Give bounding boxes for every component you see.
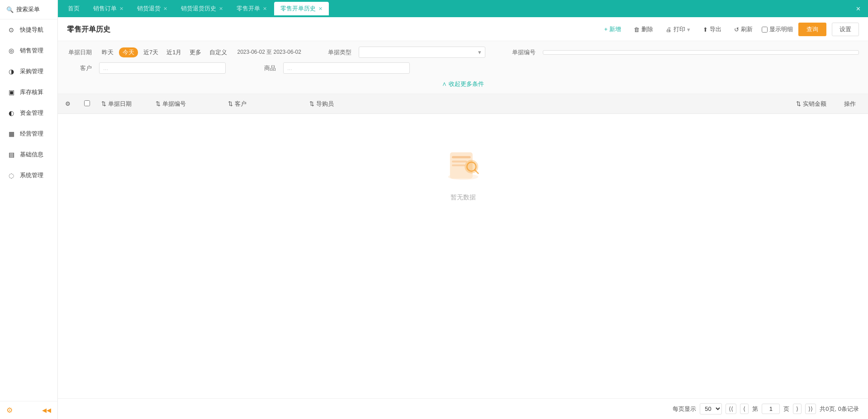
page-label: 页 — [783, 405, 789, 413]
sidebar-item-base-info[interactable]: ▤ 基础信息 — [0, 144, 57, 165]
select-all-checkbox[interactable] — [84, 100, 90, 106]
tab-retail-open-history-label: 零售开单历史 — [280, 5, 316, 13]
customer-placeholder: ... — [103, 65, 108, 71]
refresh-icon: ↺ — [734, 26, 739, 33]
page-prev-btn[interactable]: ⟨ — [740, 404, 749, 414]
filter-row-1: 单据日期 昨天 今天 近7天 近1月 更多 自定义 2023-06-02 至 2… — [67, 47, 859, 58]
print-icon: 🖨 — [666, 26, 672, 33]
tab-sales-return-close[interactable]: ✕ — [163, 6, 167, 12]
date-label: 单据日期 — [67, 48, 92, 56]
new-button[interactable]: + 新增 — [601, 24, 625, 35]
export-button[interactable]: ⬆ 导出 — [699, 24, 725, 35]
sidebar-item-sales-mgmt[interactable]: ◎ 销售管理 — [0, 40, 57, 61]
col-customer-header[interactable]: ⇅ 客户 — [223, 94, 304, 114]
tab-sales-order[interactable]: 销售订单 ✕ — [87, 2, 130, 15]
sidebar-item-inventory[interactable]: ▣ 库存核算 — [0, 82, 57, 103]
page-next-btn[interactable]: ⟩ — [793, 404, 802, 414]
sales-mgmt-icon: ◎ — [6, 46, 16, 56]
date-opt-yesterday[interactable]: 昨天 — [99, 47, 116, 57]
col-middle-header — [358, 94, 778, 114]
page-header: 零售开单历史 + 新增 🗑 删除 🖨 打印 ▾ ⬆ 导出 — [58, 17, 868, 41]
num-input[interactable] — [543, 50, 859, 55]
sidebar-item-label: 销售管理 — [20, 47, 43, 55]
pagination: 每页显示 50 ⟨⟨ ⟨ 第 页 ⟩ ⟩⟩ 共0页, 0条记录 — [58, 398, 868, 419]
inventory-icon: ▣ — [6, 87, 16, 97]
tab-retail-open-close[interactable]: ✕ — [263, 6, 267, 12]
sidebar-item-purchase-mgmt[interactable]: ◑ 采购管理 — [0, 61, 57, 82]
num-label: 单据编号 — [511, 48, 536, 56]
page-last-btn[interactable]: ⟩⟩ — [805, 404, 816, 414]
col-settings-header: ⚙ — [58, 94, 78, 114]
empty-text: 暂无数据 — [451, 193, 476, 202]
settings-button[interactable]: 设置 — [832, 23, 859, 36]
goods-label: 商品 — [251, 64, 276, 72]
per-page-select[interactable]: 50 — [700, 403, 722, 414]
sidebar-bottom: ⚙ ◀◀ — [0, 401, 57, 419]
sidebar-item-ops-mgmt[interactable]: ▦ 经营管理 — [0, 123, 57, 144]
date-opt-1month[interactable]: 近1月 — [164, 47, 184, 57]
col-customer-sort: ⇅ — [228, 100, 235, 107]
customer-input[interactable]: ... — [99, 62, 226, 74]
tab-sales-order-close[interactable]: ✕ — [119, 6, 123, 12]
tabbar-right: ✕ — [856, 5, 864, 12]
date-range-value: 2023-06-02 至 2023-06-02 — [237, 48, 301, 56]
filter-area: 单据日期 昨天 今天 近7天 近1月 更多 自定义 2023-06-02 至 2… — [58, 41, 868, 94]
date-opt-more[interactable]: 更多 — [187, 47, 204, 57]
sys-mgmt-icon: ◌ — [6, 170, 16, 180]
col-amount-header[interactable]: ⇅ 实销金额 — [778, 94, 832, 114]
customer-label: 客户 — [67, 64, 92, 72]
tab-retail-open-history[interactable]: 零售开单历史 ✕ — [274, 2, 329, 15]
tab-sales-return-history-close[interactable]: ✕ — [219, 6, 223, 12]
quick-nav-icon: ⊙ — [6, 25, 16, 35]
filter-row-2: 客户 ... 商品 ... — [67, 62, 859, 74]
col-num-header[interactable]: ⇅ 单据编号 — [150, 94, 223, 114]
tabbar-close-btn[interactable]: ✕ — [856, 5, 861, 12]
query-button[interactable]: 查询 — [798, 23, 826, 36]
svg-rect-2 — [452, 156, 471, 158]
table-header-row: ⚙ ⇅ 单据日期 ⇅ 单据编号 — [58, 94, 868, 114]
sidebar-item-quick-nav[interactable]: ⊙ 快捷导航 — [0, 19, 57, 40]
sidebar-item-label: 基础信息 — [20, 151, 43, 159]
col-amount-text: 实销金额 — [803, 100, 826, 107]
col-settings-btn[interactable]: ⚙ — [63, 99, 72, 109]
settings-bottom-icon[interactable]: ⚙ — [6, 406, 13, 414]
sidebar-search[interactable]: 🔍 搜索采单 — [0, 0, 57, 19]
col-guide-header[interactable]: ⇅ 导购员 — [304, 94, 358, 114]
sidebar-item-fund-mgmt[interactable]: ◐ 资金管理 — [0, 103, 57, 123]
type-select[interactable]: ▾ — [359, 47, 485, 58]
delete-button[interactable]: 🗑 删除 — [630, 24, 657, 35]
date-opt-custom[interactable]: 自定义 — [207, 47, 230, 57]
col-date-text: 单据日期 — [108, 100, 132, 107]
search-icon: 🔍 — [6, 6, 14, 13]
page-input[interactable] — [762, 404, 780, 414]
toolbar: + 新增 🗑 删除 🖨 打印 ▾ ⬆ 导出 ↺ 刷新 — [601, 23, 859, 36]
refresh-button[interactable]: ↺ 刷新 — [730, 24, 756, 35]
col-guide-text: 导购员 — [316, 100, 334, 107]
collapse-sidebar-icon[interactable]: ◀◀ — [42, 407, 51, 414]
goods-placeholder: ... — [287, 65, 292, 71]
print-button[interactable]: 🖨 打印 ▾ — [662, 24, 694, 35]
empty-icon — [441, 141, 486, 186]
col-date-header[interactable]: ⇅ 单据日期 — [96, 94, 150, 114]
goods-input[interactable]: ... — [283, 62, 410, 74]
page-first-btn[interactable]: ⟨⟨ — [726, 404, 736, 414]
tab-sales-return-history[interactable]: 销货退货历史 ✕ — [175, 2, 229, 15]
tab-sales-return[interactable]: 销货退货 ✕ — [131, 2, 174, 15]
sidebar-item-label: 资金管理 — [20, 109, 43, 117]
tab-retail-open-history-close[interactable]: ✕ — [318, 6, 323, 12]
date-opt-today[interactable]: 今天 — [119, 47, 138, 57]
col-op-text: 操作 — [844, 100, 856, 107]
col-checkbox-header — [78, 94, 96, 114]
col-num-sort: ⇅ — [156, 100, 162, 107]
print-btn-label: 打印 — [674, 25, 685, 33]
col-guide-sort: ⇅ — [309, 100, 316, 107]
collapse-button[interactable]: ∧ 收起更多条件 — [442, 80, 484, 88]
show-detail-checkbox-label[interactable]: 显示明细 — [762, 25, 793, 33]
sidebar-item-label: 系统管理 — [20, 171, 43, 179]
date-opt-7days[interactable]: 近7天 — [141, 47, 161, 57]
purchase-mgmt-icon: ◑ — [6, 66, 16, 76]
tab-home[interactable]: 首页 — [62, 2, 86, 15]
sidebar-item-sys-mgmt[interactable]: ◌ 系统管理 — [0, 165, 57, 186]
tab-retail-open[interactable]: 零售开单 ✕ — [230, 2, 273, 15]
show-detail-checkbox[interactable] — [762, 27, 768, 33]
